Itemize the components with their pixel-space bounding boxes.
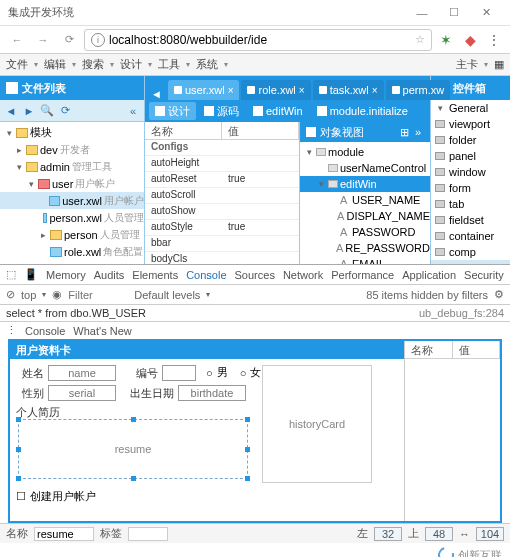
widget-item[interactable]: viewport: [431, 116, 510, 132]
subtab-design[interactable]: 设计: [149, 102, 196, 120]
dt-tab[interactable]: Memory: [46, 269, 86, 281]
widget-group[interactable]: ▾General: [431, 100, 510, 116]
close-button[interactable]: ✕: [470, 0, 502, 26]
tree-prev-icon[interactable]: ◄: [4, 104, 18, 118]
status-top[interactable]: 48: [425, 527, 453, 541]
menu-design[interactable]: 设计: [118, 57, 144, 72]
widget-item-selected[interactable]: toolbar: [431, 260, 510, 264]
prop-row[interactable]: autoShow: [145, 204, 299, 220]
tree-node[interactable]: ▸role 角色配置: [0, 260, 144, 264]
prop-row[interactable]: bodyCls: [145, 252, 299, 264]
dt-clear-icon[interactable]: ⊘: [6, 288, 15, 301]
dt-drawer-more-icon[interactable]: ⋮: [6, 324, 17, 337]
dt-tab[interactable]: Elements: [132, 269, 178, 281]
menu-search[interactable]: 搜索: [80, 57, 106, 72]
widget-item[interactable]: tab: [431, 196, 510, 212]
console-location[interactable]: ub_debug_fs:284: [419, 307, 504, 319]
menu-file[interactable]: 文件: [4, 57, 30, 72]
radio-male[interactable]: ○: [206, 367, 213, 379]
minimize-button[interactable]: —: [406, 0, 438, 26]
subtab-init[interactable]: module.initialize: [311, 102, 414, 120]
prop-row[interactable]: autoResettrue: [145, 172, 299, 188]
dt-tab[interactable]: Application: [402, 269, 456, 281]
ext1-icon[interactable]: ✶: [436, 32, 456, 48]
widget-item[interactable]: comp: [431, 244, 510, 260]
dt-drawer-tab[interactable]: Console: [25, 325, 65, 337]
widget-item[interactable]: container: [431, 228, 510, 244]
dt-tab[interactable]: Security: [464, 269, 504, 281]
tab-user[interactable]: user.xwl×: [168, 80, 240, 100]
field-sex[interactable]: serial: [48, 385, 116, 401]
tool-icon[interactable]: ▦: [492, 58, 506, 71]
history-card[interactable]: historyCard: [262, 365, 372, 483]
widget-item[interactable]: window: [431, 164, 510, 180]
back-button[interactable]: ←: [6, 29, 28, 51]
tab-perm[interactable]: perm.xw: [386, 80, 451, 100]
tree-node[interactable]: ▸person 人员管理: [0, 226, 144, 243]
close-icon[interactable]: ×: [228, 85, 234, 96]
status-name-input[interactable]: [34, 527, 94, 541]
status-left[interactable]: 32: [374, 527, 402, 541]
tab-role[interactable]: role.xwl×: [241, 80, 310, 100]
ext2-icon[interactable]: ◆: [460, 32, 480, 48]
forward-button[interactable]: →: [32, 29, 54, 51]
tree-node[interactable]: person.xwl 人员管理: [0, 209, 144, 226]
widget-item[interactable]: fieldset: [431, 212, 510, 228]
tree-collapse-icon[interactable]: «: [126, 104, 140, 118]
widget-item[interactable]: panel: [431, 148, 510, 164]
property-grid[interactable]: 名称值 Configs autoHeight autoResettrue aut…: [145, 122, 300, 264]
prop-row[interactable]: autoScroll: [145, 188, 299, 204]
widget-list[interactable]: ▾General viewport folder panel window fo…: [431, 100, 510, 264]
maximize-button[interactable]: ☐: [438, 0, 470, 26]
menu-main[interactable]: 主卡: [454, 57, 480, 72]
link-icon[interactable]: ↔: [459, 528, 470, 540]
bookmark-icon[interactable]: ☆: [415, 33, 425, 46]
obj-node-selected[interactable]: ▾editWin: [300, 176, 430, 192]
dt-tab[interactable]: Network: [283, 269, 323, 281]
subtab-source[interactable]: 源码: [198, 102, 245, 120]
dt-levels[interactable]: Default levels: [134, 289, 200, 301]
tree-node-selected[interactable]: user.xwl 用户帐户: [0, 192, 144, 209]
field-id[interactable]: [162, 365, 196, 381]
obj-node[interactable]: userNameControl: [300, 160, 430, 176]
dt-eye-icon[interactable]: ◉: [52, 288, 62, 301]
dt-tab-console[interactable]: Console: [186, 269, 226, 281]
menu-system[interactable]: 系统: [194, 57, 220, 72]
widget-item[interactable]: form: [431, 180, 510, 196]
menu-edit[interactable]: 编辑: [42, 57, 68, 72]
tree-search-icon[interactable]: 🔍: [40, 104, 54, 118]
devtools-inspect-icon[interactable]: ⬚: [6, 268, 16, 281]
tree-next-icon[interactable]: ►: [22, 104, 36, 118]
status-tag-input[interactable]: [128, 527, 168, 541]
tree-node[interactable]: role.xwl 角色配置: [0, 243, 144, 260]
menu-icon[interactable]: ⋮: [484, 32, 504, 48]
gear-icon[interactable]: ⚙: [494, 288, 504, 301]
file-tree[interactable]: ▾模块 ▸dev 开发者 ▾admin 管理工具 ▾user 用户帐户 user…: [0, 122, 144, 264]
designer-props[interactable]: 名称值: [404, 341, 500, 521]
close-icon[interactable]: ×: [372, 85, 378, 96]
object-tree[interactable]: ▾module userNameControl ▾editWin AUSER_N…: [300, 142, 430, 264]
radio-female[interactable]: ○: [240, 367, 247, 379]
prop-row[interactable]: bbar: [145, 236, 299, 252]
menu-tool[interactable]: 工具: [156, 57, 182, 72]
prop-row[interactable]: autoHeight: [145, 156, 299, 172]
obj-node[interactable]: AUSER_NAME: [300, 192, 430, 208]
obj-node[interactable]: ARE_PASSWORD: [300, 240, 430, 256]
checkbox-create[interactable]: ☐: [16, 490, 26, 503]
tab-task[interactable]: task.xwl×: [313, 80, 384, 100]
dt-drawer-tab[interactable]: What's New: [73, 325, 131, 337]
selected-control[interactable]: resume: [18, 419, 248, 479]
dt-context[interactable]: top: [21, 289, 36, 301]
status-width[interactable]: 104: [476, 527, 504, 541]
field-name[interactable]: name: [48, 365, 116, 381]
dt-tab[interactable]: Performance: [331, 269, 394, 281]
subtab-editwin[interactable]: editWin: [247, 102, 309, 120]
tab-prev-icon[interactable]: ◄: [151, 88, 162, 100]
dt-filter-input[interactable]: [68, 289, 128, 301]
obj-node[interactable]: AEMAIL: [300, 256, 430, 264]
address-bar[interactable]: i ☆: [84, 29, 432, 51]
widget-item[interactable]: folder: [431, 132, 510, 148]
reload-button[interactable]: ⟳: [58, 29, 80, 51]
dt-tab[interactable]: Sources: [235, 269, 275, 281]
devtools-device-icon[interactable]: 📱: [24, 268, 38, 281]
